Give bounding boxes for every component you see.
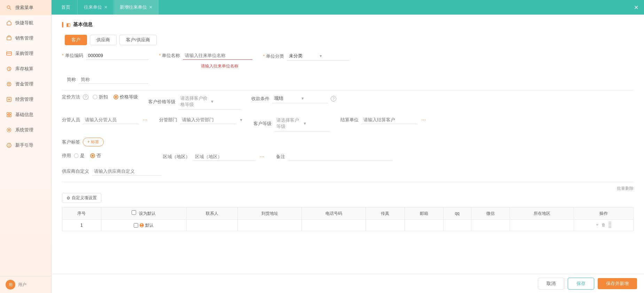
disabled-yes-radio[interactable]: 是 [74, 153, 85, 159]
unit-btn-customer[interactable]: 客户 [65, 35, 87, 45]
tab-new-partner[interactable]: 新增往来单位 ✕ [114, 0, 158, 15]
select-all-checkbox[interactable] [132, 210, 136, 215]
add-tag-btn[interactable]: + 标签 [83, 138, 104, 146]
tab-home[interactable]: 首页 [54, 0, 78, 15]
pricing-discount-radio[interactable]: 折扣 [93, 94, 108, 100]
payment-select[interactable]: 现结 ▼ [272, 94, 328, 103]
sidebar-item-label: 新手引导 [15, 142, 33, 148]
pricing-help-icon[interactable]: ? [83, 94, 88, 100]
tab-partner[interactable]: 往来单位 ✕ [78, 0, 113, 15]
sidebar-item-inventory[interactable]: 库存核算 [0, 61, 51, 76]
sidebar-item-label: 经营管理 [15, 96, 33, 103]
region-input[interactable] [193, 153, 256, 161]
tabbar: 首页 往来单位 ✕ 新增往来单位 ✕ ✕ [52, 0, 644, 15]
unit-btn-supplier[interactable]: 供应商 [90, 35, 117, 45]
sidebar-item-guide[interactable]: 新手引导 [0, 138, 51, 153]
customer-level-select[interactable]: 请选择客户等级 ▼ [274, 116, 330, 131]
svg-rect-7 [7, 113, 9, 114]
region-more-btn[interactable]: ··· [258, 154, 266, 160]
drag-handle [608, 222, 611, 229]
chevron-down-icon: ▼ [303, 121, 328, 125]
unit-code-field: * 单位编码 [62, 51, 149, 60]
tags-row: 客户标签 + 标签 [62, 138, 634, 146]
row-address [238, 220, 302, 231]
default-radio[interactable] [140, 223, 144, 227]
sidebar-item-quick-nav[interactable]: 快捷导航 [0, 15, 51, 31]
settlement-input[interactable] [361, 116, 417, 124]
supplier-custom-row: 供应商自定义 [62, 167, 634, 176]
manager-field: 分管人员 ··· [62, 116, 149, 124]
contact-table: 序号 设为默认 联系人 到货地址 电话号码 传真 邮箱 qq 微信 所在地区 操… [62, 207, 634, 231]
customer-price-select[interactable]: 请选择客户价格等级 ▼ [178, 94, 241, 109]
purchase-icon [6, 50, 13, 57]
supplier-custom-label: 供应商自定义 [62, 168, 89, 174]
disabled-field: 停用 是 否 [62, 153, 132, 159]
discount-radio-circle [93, 95, 97, 99]
payment-help-icon[interactable]: ? [331, 96, 336, 101]
sidebar-item-sales[interactable]: 销售管理 [0, 31, 51, 46]
disabled-no-radio[interactable]: 否 [90, 153, 101, 159]
sales-icon [6, 35, 13, 42]
pricing-grade-radio[interactable]: 价格等级 [113, 94, 138, 100]
add-row-btn[interactable]: + [596, 222, 598, 227]
unit-name-error: 请输入往来单位名称 [201, 63, 238, 69]
disabled-label: 停用 [62, 153, 71, 159]
save-and-new-button[interactable]: 保存并新增 [598, 278, 637, 289]
misc-row: 停用 是 否 区域（地区） ··· 备注 [62, 153, 634, 161]
unit-type-row: 客户 供应商 客户/供应商 [62, 35, 634, 45]
sidebar-item-basic[interactable]: 基础信息 [0, 107, 51, 122]
unit-code-input[interactable] [86, 51, 149, 60]
batch-delete-btn[interactable]: 批量删除 [62, 186, 634, 192]
tabbar-close-all[interactable]: ✕ [631, 3, 641, 12]
row-wechat [471, 220, 510, 231]
row-fax [366, 220, 405, 231]
section-title: ◧ 基本信息 [62, 22, 634, 28]
sidebar-bottom: 用 用户 [0, 276, 51, 293]
sidebar-item-capital[interactable]: 资金管理 [0, 76, 51, 92]
note-input[interactable] [288, 153, 392, 161]
sidebar-item-purchase[interactable]: 采购管理 [0, 46, 51, 61]
unit-name-label: * 单位名称 [159, 52, 180, 59]
short-name-input[interactable] [79, 75, 148, 84]
no-radio-circle [90, 153, 95, 158]
capital-icon [6, 81, 13, 88]
tags-field: 客户标签 + 标签 [62, 138, 132, 146]
pricing-radio-group: 折扣 价格等级 [93, 94, 138, 100]
customer-price-field: 客户价格等级 请选择客户价格等级 ▼ [148, 94, 241, 109]
unit-category-label: * 单位分类 [263, 53, 284, 59]
table-header: 序号 设为默认 联系人 到货地址 电话号码 传真 邮箱 qq 微信 所在地区 操… [62, 207, 634, 220]
short-name-label: 简称 [67, 76, 76, 83]
row-contact [186, 220, 238, 231]
sidebar-item-system[interactable]: 系统管理 [0, 122, 51, 138]
dept-label: 分管部门 [159, 117, 177, 123]
system-icon [6, 127, 13, 133]
settlement-field: 结算单位 ··· [340, 116, 427, 124]
sidebar-item-operation[interactable]: 经营管理 [0, 92, 51, 107]
close-partner-tab[interactable]: ✕ [104, 5, 108, 10]
sidebar-item-label: 搜索菜单 [15, 5, 33, 11]
custom-settings-btn[interactable]: ⚙ 自定义项设置 [62, 193, 101, 203]
manager-input[interactable] [83, 116, 139, 124]
save-button[interactable]: 保存 [568, 278, 594, 290]
grade-radio-circle [113, 95, 118, 99]
close-new-partner-tab[interactable]: ✕ [149, 5, 152, 10]
unit-category-select[interactable]: 未分类 ▼ [287, 51, 350, 61]
inventory-icon [6, 65, 13, 72]
row-num: 1 [62, 220, 101, 231]
col-region: 所在地区 [510, 207, 574, 220]
svg-rect-3 [7, 52, 11, 55]
manager-more-btn[interactable]: ··· [141, 117, 149, 123]
cancel-button[interactable]: 取消 [538, 278, 564, 290]
unit-code-label: * 单位编码 [62, 52, 83, 59]
delete-row-btn[interactable]: 🗑 [602, 222, 606, 227]
sidebar-item-search[interactable]: 搜索菜单 [0, 0, 51, 15]
row-checkbox[interactable] [134, 223, 138, 228]
unit-name-input[interactable] [183, 51, 252, 60]
supplier-custom-input[interactable] [92, 167, 162, 176]
dept-input[interactable] [180, 116, 236, 124]
settlement-more-btn[interactable]: ··· [420, 117, 427, 123]
note-field: 备注 [276, 153, 392, 161]
unit-btn-both[interactable]: 客户/供应商 [119, 35, 157, 45]
manager-label: 分管人员 [62, 117, 80, 123]
svg-rect-2 [7, 37, 11, 40]
